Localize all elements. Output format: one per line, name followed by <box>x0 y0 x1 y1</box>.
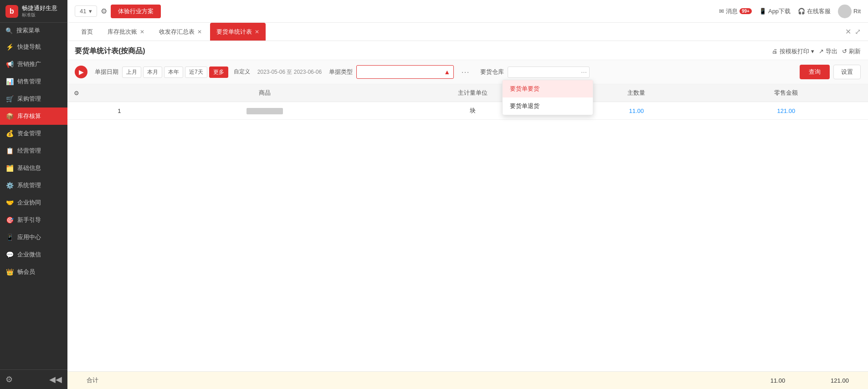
sidebar-icon-wechat: 💬 <box>5 251 14 258</box>
doctype-input[interactable] <box>357 67 441 77</box>
tab-inventory-batch[interactable]: 库存批次账✕ <box>101 23 151 41</box>
data-table: ⚙ 商品 主计量单位 主数量 零售金额 1 块 11.00 121.00 <box>67 84 868 120</box>
page-title: 要货单统计表(按商品) <box>75 46 145 56</box>
online-service-label: 在线客服 <box>807 7 831 15</box>
doctype-more-btn[interactable]: ⋯ <box>457 65 473 79</box>
footer-amount: 121.00 <box>817 377 863 384</box>
filter-action-btns: 查询 设置 <box>800 65 861 79</box>
tab-close-requisition-stats[interactable]: ✕ <box>255 29 259 35</box>
tab-label-inventory-batch: 库存批次账 <box>108 28 137 36</box>
user-avatar <box>838 5 852 18</box>
dropdown-item-yh-order[interactable]: 要货单要货 <box>503 80 593 97</box>
settings-icon[interactable]: ⚙ <box>5 374 13 384</box>
dropdown-item-yh-return[interactable]: 要货单退货 <box>503 97 593 115</box>
setting-btn[interactable]: 设置 <box>833 65 861 79</box>
sidebar-item-operations[interactable]: 📋经营管理 <box>0 142 67 159</box>
sidebar-icon-operations: 📋 <box>5 147 14 154</box>
sidebar-icon-finance: 💰 <box>5 130 14 137</box>
settings-gear-icon[interactable]: ⚙ <box>101 7 107 15</box>
doctype-up-btn[interactable]: ▲ <box>441 66 453 78</box>
sidebar-item-purchase[interactable]: 🛒采购管理 <box>0 90 67 107</box>
demo-btn[interactable]: 体验行业方案 <box>111 5 161 18</box>
sidebar-item-sales[interactable]: 📊销售管理 <box>0 73 67 90</box>
sidebar: b 畅捷通好生意 标准版 🔍 搜索菜单 ⚡快捷导航📢营销推广📊销售管理🛒采购管理… <box>0 0 67 389</box>
sidebar-item-base[interactable]: 🗂️基础信息 <box>0 159 67 177</box>
messages-label: 消息 <box>726 7 738 15</box>
export-action[interactable]: ↗ 导出 <box>819 47 837 56</box>
tab-label-requisition-stats: 要货单统计表 <box>216 28 252 36</box>
app-download-label: App下载 <box>768 7 791 15</box>
doctype-label: 单据类型 <box>329 68 353 76</box>
date-filter-group: 单据日期 上月 本月 本年 近7天 更多 自定义 2023-05-06 至 20… <box>95 67 322 78</box>
sidebar-label-system: 系统管理 <box>17 181 41 189</box>
collapse-icon[interactable]: ◀◀ <box>49 374 62 384</box>
refresh-action[interactable]: ↺ 刷新 <box>842 47 861 56</box>
sidebar-item-shortcut[interactable]: ⚡快捷导航 <box>0 38 67 56</box>
sidebar-icon-guide: 🎯 <box>5 216 14 224</box>
expand-icon[interactable]: ⤢ <box>855 27 861 36</box>
sidebar-item-inventory[interactable]: 📦库存核算 <box>0 107 67 125</box>
td-amount-0[interactable]: 121.00 <box>704 102 868 120</box>
sidebar-item-member[interactable]: 👑畅会员 <box>0 263 67 281</box>
app-download-item[interactable]: 📱 App下载 <box>759 7 791 15</box>
sidebar-icon-marketing: 📢 <box>5 61 14 68</box>
online-service-item[interactable]: 🎧 在线客服 <box>798 7 831 15</box>
sidebar-icon-appstore: 📱 <box>5 234 14 241</box>
messages-item[interactable]: ✉ 消息 99+ <box>719 7 752 15</box>
page-actions: 🖨 按模板打印 ▾ ↗ 导出 ↺ 刷新 <box>772 47 861 56</box>
sidebar-nav: ⚡快捷导航📢营销推广📊销售管理🛒采购管理📦库存核算💰资金管理📋经营管理🗂️基础信… <box>0 38 67 369</box>
date-btn-more[interactable]: 更多 <box>209 67 228 78</box>
tab-close-receivable-summary[interactable]: ✕ <box>197 29 202 35</box>
query-btn[interactable]: 查询 <box>800 65 830 79</box>
th-settings[interactable]: ⚙ <box>67 84 86 102</box>
company-selector[interactable]: 41 ▾ <box>75 5 97 17</box>
warehouse-filter-group: 要货仓库 ⋯ <box>480 67 590 78</box>
date-btn-this-year[interactable]: 本年 <box>164 67 183 78</box>
sidebar-item-guide[interactable]: 🎯新手引导 <box>0 211 67 229</box>
tabs-actions: ✕ ⤢ <box>845 27 861 36</box>
sidebar-item-appstore[interactable]: 📱应用中心 <box>0 229 67 246</box>
tab-requisition-stats[interactable]: 要货单统计表✕ <box>210 23 266 41</box>
table-footer: 合计 11.00 121.00 <box>67 371 868 389</box>
sidebar-item-finance[interactable]: 💰资金管理 <box>0 125 67 142</box>
topbar-right: ✉ 消息 99+ 📱 App下载 🎧 在线客服 Rit <box>719 5 861 18</box>
date-btn-last-month[interactable]: 上月 <box>122 67 141 78</box>
refresh-icon: ↺ <box>842 48 847 55</box>
footer-quantity: 11.00 <box>746 377 810 384</box>
refresh-label: 刷新 <box>849 47 861 56</box>
sidebar-label-operations: 经营管理 <box>17 147 41 155</box>
tab-close-inventory-batch[interactable]: ✕ <box>140 29 144 35</box>
th-index <box>86 84 153 102</box>
print-arrow-icon: ▾ <box>811 48 814 55</box>
td-index-0: 1 <box>86 102 153 120</box>
user-area[interactable]: Rit <box>838 5 861 18</box>
doctype-input-wrap: ▲ <box>356 65 454 79</box>
tab-label-receivable-summary: 收发存汇总表 <box>159 28 195 36</box>
td-settings-0 <box>67 102 86 120</box>
search-label: 搜索菜单 <box>16 26 40 35</box>
tab-receivable-summary[interactable]: 收发存汇总表✕ <box>153 23 208 41</box>
print-action[interactable]: 🖨 按模板打印 ▾ <box>772 47 814 56</box>
sidebar-item-wechat[interactable]: 💬企业微信 <box>0 246 67 263</box>
sidebar-item-system[interactable]: ⚙️系统管理 <box>0 177 67 194</box>
sidebar-icon-system: ⚙️ <box>5 182 14 189</box>
sidebar-search[interactable]: 🔍 搜索菜单 <box>0 23 67 38</box>
sidebar-label-marketing: 营销推广 <box>17 60 41 68</box>
close-all-icon[interactable]: ✕ <box>845 27 851 36</box>
warehouse-input[interactable] <box>508 67 590 78</box>
date-btn-this-month[interactable]: 本月 <box>143 67 162 78</box>
warehouse-more-btn[interactable]: ⋯ <box>581 69 587 76</box>
date-btn-7days[interactable]: 近7天 <box>185 67 207 78</box>
export-label: 导出 <box>826 47 837 56</box>
phone-icon: 📱 <box>759 8 766 15</box>
sidebar-item-collab[interactable]: 🤝企业协同 <box>0 194 67 211</box>
th-amount: 零售金额 <box>704 84 868 102</box>
table-header-row: ⚙ 商品 主计量单位 主数量 零售金额 <box>67 84 868 102</box>
footer-label: 合计 <box>73 376 98 384</box>
date-btn-custom[interactable]: 自定义 <box>230 67 254 78</box>
tab-home[interactable]: 首页 <box>75 23 99 41</box>
filter-expand-btn[interactable]: ▶ <box>75 66 87 78</box>
sidebar-icon-member: 👑 <box>5 268 14 276</box>
sidebar-item-marketing[interactable]: 📢营销推广 <box>0 56 67 73</box>
filter-bar: ▶ 单据日期 上月 本月 本年 近7天 更多 自定义 2023-05-06 至 … <box>67 60 868 84</box>
